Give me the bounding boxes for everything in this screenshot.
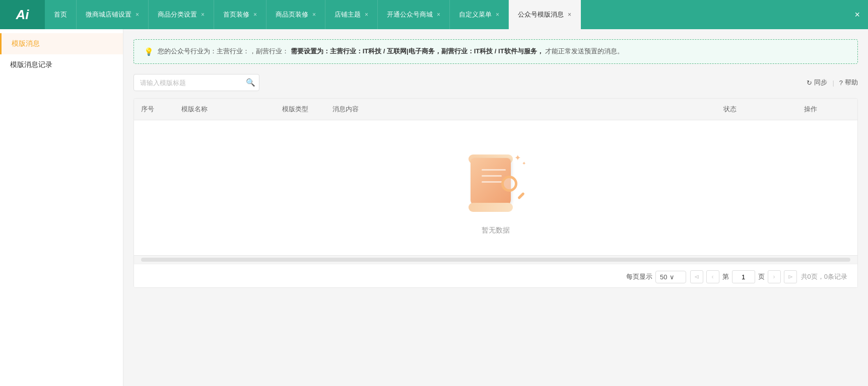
th-name: 模版名称 <box>174 99 275 120</box>
page-prev-button[interactable]: ‹ <box>706 270 719 283</box>
empty-illustration: ✦ ✦ <box>465 150 526 216</box>
nav-tab-category-settings[interactable]: 商品分类设置× <box>149 0 214 29</box>
search-bar: 🔍 ↻ 同步 | ? 帮助 <box>133 74 858 91</box>
page-last-button[interactable]: ⊳ <box>784 270 797 283</box>
sparkle-2: ✦ <box>522 161 526 166</box>
search-input-wrap: 🔍 <box>133 74 259 91</box>
th-type: 模版类型 <box>275 99 325 120</box>
sync-icon: ↻ <box>807 79 812 87</box>
content-area: 💡 您的公众号行业为：主营行业：，副营行业： 需要设置为：主营行业：IT科技 /… <box>123 29 868 386</box>
search-input[interactable] <box>133 74 259 91</box>
nav-tab-template-msg[interactable]: 公众号模版消息× <box>509 0 581 29</box>
page-next-button[interactable]: › <box>768 270 781 283</box>
notice-suffix: 才能正常发送预置的消息。 <box>545 47 624 55</box>
scroll-bottom <box>469 203 513 212</box>
scroll-track[interactable] <box>141 258 850 262</box>
magnify-handle <box>517 192 525 200</box>
sparkle-1: ✦ <box>514 153 521 163</box>
scroll-line-1 <box>482 169 506 171</box>
nav-tab-product-decor[interactable]: 商品页装修× <box>266 0 325 29</box>
nav-tab-custom-menu[interactable]: 自定义菜单× <box>450 0 509 29</box>
notice-prefix: 您的公众号行业为：主营行业：，副营行业： <box>158 47 289 55</box>
tab-close-open-mall[interactable]: × <box>437 11 440 18</box>
divider: | <box>832 79 834 87</box>
nav-tab-homepage-decor[interactable]: 首页装修× <box>214 0 266 29</box>
total-info: 共0页，0条记录 <box>801 272 847 281</box>
per-page-value: 50 <box>660 273 667 281</box>
search-icon[interactable]: 🔍 <box>246 78 255 87</box>
per-page-select: 每页显示 50 ∨ <box>626 271 686 283</box>
data-table: 序号 模版名称 模版类型 消息内容 状态 操作 <box>133 98 858 288</box>
tab-close-product-decor[interactable]: × <box>312 11 316 18</box>
nav-tab-shop-theme[interactable]: 店铺主题× <box>325 0 378 29</box>
empty-text: 暂无数据 <box>482 226 510 235</box>
help-icon: ? <box>839 79 843 87</box>
tab-close-custom-menu[interactable]: × <box>496 11 499 18</box>
tab-close-shop-theme[interactable]: × <box>365 11 368 18</box>
nav-tab-shop-settings[interactable]: 微商城店铺设置× <box>77 0 149 29</box>
scroll-line-2 <box>482 175 502 177</box>
nav-tabs: 首页微商城店铺设置×商品分类设置×首页装修×商品页装修×店铺主题×开通公众号商城… <box>45 0 846 29</box>
empty-state: ✦ ✦ 暂无数据 <box>134 120 857 255</box>
tab-close-shop-settings[interactable]: × <box>136 11 139 18</box>
page-label: 第 <box>722 272 729 281</box>
sidebar: 模版消息模版消息记录 <box>0 29 123 386</box>
page-controls: ⊲ ‹ 第 页 › ⊳ <box>690 270 797 283</box>
main-layout: 模版消息模版消息记录 💡 您的公众号行业为：主营行业：，副营行业： 需要设置为：… <box>0 29 868 386</box>
per-page-label: 每页显示 <box>626 272 652 281</box>
tab-close-template-msg[interactable]: × <box>568 11 571 18</box>
nav-tab-home[interactable]: 首页 <box>45 0 77 29</box>
magnify-circle <box>501 176 517 192</box>
tab-close-homepage-decor[interactable]: × <box>253 11 257 18</box>
sidebar-item-template-record[interactable]: 模版消息记录 <box>0 54 123 75</box>
scroll-line-3 <box>482 181 504 183</box>
app-logo: Ai <box>0 0 45 29</box>
th-status: 状态 <box>716 99 797 120</box>
table-header: 序号 模版名称 模版类型 消息内容 状态 操作 <box>134 99 857 120</box>
nav-tab-open-mall[interactable]: 开通公众号商城× <box>378 0 450 29</box>
page-first-button[interactable]: ⊲ <box>690 270 703 283</box>
notice-highlight: 需要设置为：主营行业：IT科技 / 互联网|电子商务，副营行业：IT科技 / I… <box>291 47 544 55</box>
th-action: 操作 <box>797 99 857 120</box>
magnify-glass <box>501 176 523 198</box>
page-number-input[interactable] <box>732 270 755 283</box>
global-close-button[interactable]: × <box>846 10 868 20</box>
page-suffix: 页 <box>758 272 765 281</box>
dropdown-chevron: ∨ <box>670 273 675 281</box>
table-scrollbar <box>134 255 857 264</box>
top-navigation: Ai 首页微商城店铺设置×商品分类设置×首页装修×商品页装修×店铺主题×开通公众… <box>0 0 868 29</box>
search-bar-right: ↻ 同步 | ? 帮助 <box>807 78 858 87</box>
sidebar-item-template-msg[interactable]: 模版消息 <box>0 33 123 54</box>
th-no: 序号 <box>134 99 174 120</box>
pagination: 每页显示 50 ∨ ⊲ ‹ 第 页 › ⊳ 共0页，0条记录 <box>134 264 857 287</box>
per-page-dropdown[interactable]: 50 ∨ <box>655 271 686 283</box>
notice-icon: 💡 <box>144 47 154 56</box>
notice-text: 您的公众号行业为：主营行业：，副营行业： 需要设置为：主营行业：IT科技 / 互… <box>158 47 624 56</box>
help-button[interactable]: ? 帮助 <box>839 78 858 87</box>
sync-button[interactable]: ↻ 同步 <box>807 78 827 87</box>
notice-box: 💡 您的公众号行业为：主营行业：，副营行业： 需要设置为：主营行业：IT科技 /… <box>133 39 858 64</box>
tab-close-category-settings[interactable]: × <box>201 11 205 18</box>
th-content: 消息内容 <box>325 99 716 120</box>
